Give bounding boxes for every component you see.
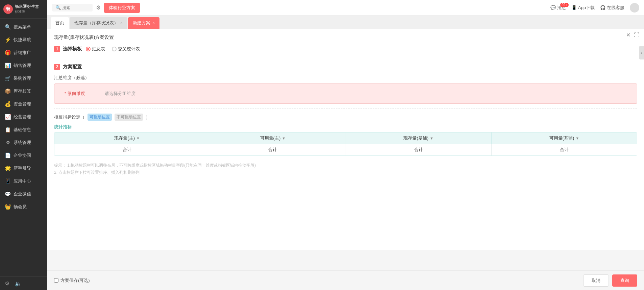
sidebar-label-operations: 经营管理 — [14, 114, 31, 120]
template-radio-group: 汇总表 交叉统计表 — [86, 46, 140, 52]
content-area: ✕ ⛶ 现存量(库存状况表)方案设置 1 选择模板 汇总表 交叉统计表 — [47, 29, 644, 270]
tab-bar: 首页现存量（库存状况表）×新建方案× — [47, 16, 644, 29]
section2-header: 2 方案配置 — [54, 64, 637, 70]
sidebar-logo: 畅 畅康通好生意 标准版 — [0, 0, 47, 19]
sidebar-label-contract: 企业协同 — [14, 152, 31, 159]
dimension-field-label: * 纵向维度 — [65, 91, 85, 97]
dimension-placeholder: 请选择分组维度 — [105, 91, 135, 97]
sidebar-label-marketing: 营销推广 — [14, 50, 31, 56]
stats-header-col3[interactable]: 现存量(基辅)▼ — [346, 132, 492, 144]
avatar[interactable] — [630, 3, 639, 13]
step1-badge: 1 — [54, 46, 60, 52]
stats-cell-col3: 合计 — [346, 144, 492, 155]
tab-close-inventory[interactable]: × — [120, 21, 123, 25]
radio-circle-cross[interactable] — [112, 47, 117, 51]
settings-icon[interactable]: ⚙ — [5, 280, 9, 287]
col-chevron-col1[interactable]: ▼ — [136, 136, 140, 140]
indicator-settings: 模板指标设定（ 可拖动位置 不可拖动位置 ） 统计指标 现存量(主)▼可用量(主… — [54, 114, 637, 156]
col-chevron-col4[interactable]: ▼ — [575, 136, 579, 140]
message-btn[interactable]: 💬 消息 99+ — [550, 5, 566, 11]
tab-close-new-scheme[interactable]: × — [152, 21, 155, 25]
sidebar-label-appstore: 应用中心 — [14, 178, 31, 184]
sidebar-item-operations[interactable]: 📈 经营管理 — [0, 111, 47, 123]
sidebar-label-inventory: 库存核算 — [14, 88, 31, 94]
sidebar-item-contract[interactable]: 📄 企业协同 — [0, 149, 47, 162]
cancel-button[interactable]: 取消 — [583, 274, 609, 287]
sidebar-item-system[interactable]: ⚙ 系统管理 — [0, 136, 47, 149]
sales-icon: 📊 — [5, 63, 11, 69]
nav-icon: ⚡ — [5, 37, 11, 43]
query-button[interactable]: 查询 — [612, 274, 637, 287]
sidebar-item-wechat[interactable]: 💬 企业微信 — [0, 188, 47, 200]
close-icon[interactable]: ✕ — [626, 32, 630, 38]
volume-icon[interactable]: 🔈 — [15, 280, 22, 287]
app-download-btn[interactable]: 📱 App下载 — [571, 5, 595, 11]
sidebar-label-sales: 销售管理 — [14, 63, 31, 69]
bottom-actions: 取消 查询 — [583, 274, 637, 287]
step2-badge: 2 — [54, 64, 60, 70]
expand-icon[interactable]: ⛶ — [634, 32, 639, 38]
search-input[interactable] — [62, 5, 89, 10]
sidebar-item-purchase[interactable]: 🛒 采购管理 — [0, 72, 47, 85]
newbie-icon: 🌟 — [5, 165, 11, 171]
save-checkbox-input[interactable] — [54, 278, 58, 283]
dimension-section-label: 汇总维度（必选） — [54, 75, 637, 81]
tab-inventory[interactable]: 现存量（库存状况表）× — [70, 17, 127, 29]
bottom-bar: 方案保存(可选) 取消 查询 — [47, 270, 644, 290]
stats-header-col1[interactable]: 现存量(主)▼ — [54, 132, 200, 144]
purchase-icon: 🛒 — [5, 75, 11, 81]
sidebar-label-member: 畅会员 — [14, 204, 27, 210]
gear-icon[interactable]: ⚙ — [96, 4, 101, 11]
stats-header-col2[interactable]: 可用量(主)▼ — [200, 132, 346, 144]
sidebar-item-nav[interactable]: ⚡ 快捷导航 — [0, 33, 47, 46]
sidebar-item-member[interactable]: 👑 畅会员 — [0, 200, 47, 213]
tab-label-home: 首页 — [55, 20, 64, 26]
sidebar-item-info[interactable]: 📋 基础信息 — [0, 123, 47, 136]
tip-item: 2. 点击标题栏下拉可设置排序、插入列和删除列 — [54, 170, 637, 175]
tip-item: 提示： 1.拖动标题栏可以调整布局，不可跨维度或指标区域拖动栏目字段(只能在同一… — [54, 163, 637, 168]
sidebar-bottom: ⚙ 🔈 — [0, 276, 47, 290]
radio-summary[interactable]: 汇总表 — [86, 46, 105, 52]
marketing-icon: 🎁 — [5, 50, 11, 56]
logo-text: 畅康通好生意 标准版 — [15, 4, 39, 14]
search-icon: 🔍 — [55, 5, 61, 10]
search-bar[interactable]: 🔍 — [52, 4, 93, 11]
sidebar-item-newbie[interactable]: 🌟 新手引导 — [0, 162, 47, 175]
sidebar-label-search: 搜索菜单 — [14, 24, 31, 30]
radio-label-cross: 交叉统计表 — [118, 46, 140, 52]
stats-body-row: 合计合计合计合计 — [54, 144, 637, 155]
draggable-badge: 可拖动位置 — [88, 114, 112, 121]
contract-icon: 📄 — [5, 152, 11, 159]
stats-header-row: 现存量(主)▼可用量(主)▼现存量(基辅)▼可用量(基辅)▼ — [54, 132, 637, 144]
info-icon: 📋 — [5, 127, 11, 133]
wechat-icon: 💬 — [5, 191, 11, 197]
service-btn[interactable]: 🎧 在线客服 — [600, 5, 624, 11]
col-chevron-col2[interactable]: ▼ — [282, 136, 286, 140]
section2-title: 方案配置 — [63, 64, 82, 70]
col-chevron-col3[interactable]: ▼ — [430, 136, 434, 140]
tab-new-scheme[interactable]: 新建方案× — [128, 17, 159, 29]
sidebar-item-marketing[interactable]: 🎁 营销推广 — [0, 46, 47, 59]
stats-table: 现存量(主)▼可用量(主)▼现存量(基辅)▼可用量(基辅)▼合计合计合计合计 — [54, 132, 637, 156]
dimension-row: * 纵向维度 —— 请选择分组维度 — [65, 91, 627, 97]
save-checkbox[interactable]: 方案保存(可选) — [54, 277, 90, 284]
message-icon: 💬 — [550, 5, 556, 10]
section-1: 1 选择模板 汇总表 交叉统计表 — [54, 46, 637, 57]
sidebar-item-appstore[interactable]: 📱 应用中心 — [0, 175, 47, 188]
finance-icon: 💰 — [5, 101, 11, 107]
stats-header-col4[interactable]: 可用量(基辅)▼ — [492, 132, 637, 144]
panel-expand-icon[interactable]: › — [639, 46, 644, 59]
radio-circle-summary[interactable] — [86, 47, 91, 51]
radio-cross[interactable]: 交叉统计表 — [112, 46, 140, 52]
col-label-col4: 可用量(基辅) — [549, 135, 574, 141]
trial-btn[interactable]: 体验行业方案 — [104, 3, 140, 13]
sidebar-item-search[interactable]: 🔍 搜索菜单 — [0, 21, 47, 33]
sidebar-item-finance[interactable]: 💰 资金管理 — [0, 98, 47, 111]
logo-icon: 畅 — [3, 4, 13, 14]
sidebar-item-inventory[interactable]: 📦 库存核算 — [0, 85, 47, 98]
tab-home[interactable]: 首页 — [51, 17, 69, 29]
radio-label-summary: 汇总表 — [92, 46, 105, 52]
section-2: 2 方案配置 汇总维度（必选） * 纵向维度 —— 请选择分组维度 — [54, 64, 637, 175]
sidebar-item-sales[interactable]: 📊 销售管理 — [0, 59, 47, 72]
dimension-area[interactable]: * 纵向维度 —— 请选择分组维度 — [54, 83, 637, 104]
